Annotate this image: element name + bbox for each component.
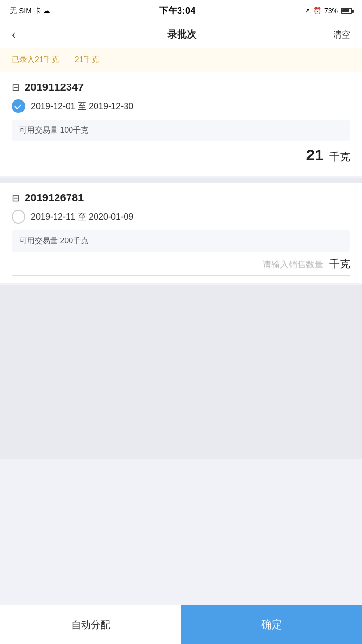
- batch-card-2: ⊟ 2019126781 2019-12-11 至 2020-01-09 可用交…: [0, 183, 362, 283]
- batch-1-available: 可用交易量 100千克: [12, 120, 350, 141]
- bottom-bar: 自动分配 确定: [0, 605, 362, 644]
- status-time: 下午3:04: [159, 5, 195, 16]
- batch-2-available: 可用交易量 200千克: [12, 230, 350, 252]
- batch-1-amount-row: 21 千克: [12, 146, 350, 168]
- total-label: 21千克: [75, 55, 99, 65]
- batch-1-date: 2019-12-01 至 2019-12-30: [31, 100, 133, 112]
- batch-1-header: ⊟ 2019112347: [0, 72, 362, 98]
- batch-1-amount-wrapper: 21 千克: [0, 141, 362, 176]
- batch-2-date: 2019-12-11 至 2020-01-09: [31, 211, 133, 223]
- location-icon: ↗: [305, 7, 310, 14]
- batch-1-radio[interactable]: [12, 99, 25, 113]
- summary-divider: [67, 56, 67, 65]
- alarm-icon: ⏰: [313, 7, 321, 14]
- batch-2-header: ⊟ 2019126781: [0, 183, 362, 208]
- batch-1-icon: ⊟: [12, 82, 20, 93]
- confirm-button[interactable]: 确定: [181, 605, 362, 644]
- battery-text: 73%: [324, 7, 338, 14]
- batch-2-input-row[interactable]: 请输入销售数量 千克: [12, 257, 350, 276]
- battery-icon: [341, 8, 352, 14]
- batch-1-number: 2019112347: [25, 81, 84, 94]
- nav-bar: ‹ 录批次 清空: [0, 21, 362, 48]
- batch-2-icon: ⊟: [12, 192, 20, 204]
- summary-banner: 已录入21千克 21千克: [0, 48, 362, 72]
- recorded-label: 已录入21千克: [12, 55, 59, 65]
- status-right: ↗ ⏰ 73%: [305, 7, 352, 14]
- clear-button[interactable]: 清空: [333, 29, 350, 41]
- batch-1-date-row[interactable]: 2019-12-01 至 2019-12-30: [0, 98, 362, 115]
- batch-2-number: 2019126781: [25, 192, 84, 204]
- auto-distribute-button[interactable]: 自动分配: [0, 605, 181, 644]
- separator-1: [0, 178, 362, 183]
- batch-1-amount-value: 21: [306, 146, 323, 164]
- page-title: 录批次: [167, 28, 196, 41]
- status-bar: 无 SIM 卡 ☁ 下午3:04 ↗ ⏰ 73%: [0, 0, 362, 21]
- batch-2-radio[interactable]: [12, 210, 25, 224]
- batch-2-date-row[interactable]: 2019-12-11 至 2020-01-09: [0, 208, 362, 225]
- status-left: 无 SIM 卡 ☁: [10, 6, 50, 15]
- no-sim-text: 无 SIM 卡 ☁: [10, 6, 50, 15]
- batch-2-input-placeholder: 请输入销售数量: [263, 259, 323, 270]
- batch-1-amount-unit: 千克: [329, 150, 350, 164]
- batch-card-1: ⊟ 2019112347 2019-12-01 至 2019-12-30 可用交…: [0, 72, 362, 176]
- back-button[interactable]: ‹: [12, 27, 31, 42]
- batch-2-input-wrapper[interactable]: 请输入销售数量 千克: [0, 252, 362, 283]
- gray-area: [0, 285, 362, 459]
- batch-2-input-unit: 千克: [329, 257, 350, 271]
